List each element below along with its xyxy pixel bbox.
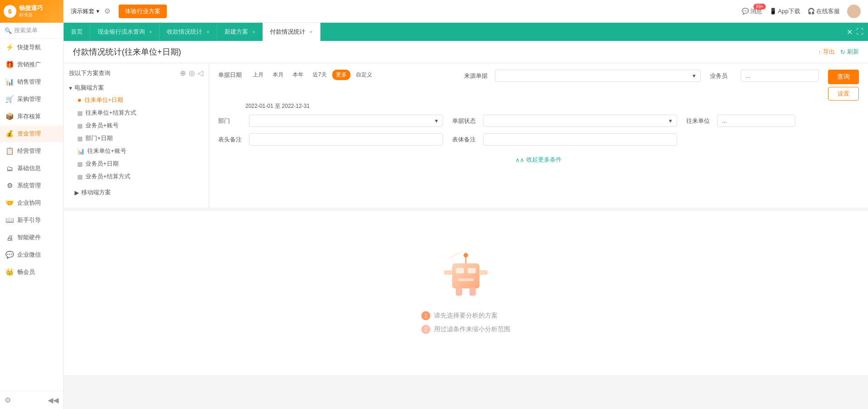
sidebar-item-basic-info[interactable]: 🗂基础信息 xyxy=(0,160,63,177)
scheme-settings-icon[interactable]: ◎ xyxy=(189,69,195,77)
sidebar-item-guide[interactable]: 📖新手引导 xyxy=(0,212,63,229)
tabbar-actions: ✕ ⛶ xyxy=(847,23,868,41)
sidebar-item-sales[interactable]: 📊销售管理 xyxy=(0,73,63,91)
settings-icon[interactable]: ⚙ xyxy=(5,396,11,404)
refresh-icon: ↻ xyxy=(840,49,845,56)
tab-label-receipt-stats: 收款情况统计 xyxy=(167,28,202,36)
doc-status-select[interactable]: ▾ xyxy=(483,115,677,127)
tab-payment-stats[interactable]: 付款情况统计× xyxy=(263,23,320,41)
scheme-table-icon: ▦ xyxy=(77,110,83,116)
scheme-item-unit-account[interactable]: 📊往来单位+账号 xyxy=(75,145,203,157)
empty-state: 1 请先选择要分析的方案 2 用过滤条件来缩小分析范围 xyxy=(64,211,868,375)
scheme-list-desktop: ●往来单位+日期▦往来单位+结算方式▦业务员+账号▦部门+日期📊往来单位+账号▦… xyxy=(69,94,203,183)
sidebar-item-management[interactable]: 📋经营管理 xyxy=(0,142,63,160)
date-tab-近7天[interactable]: 近7天 xyxy=(309,70,330,80)
app-download-button[interactable]: 📱 App下载 xyxy=(769,7,800,15)
page-title: 付款情况统计(往来单位+日期) xyxy=(73,46,181,57)
date-control: 上月本月本年近7天更多自定义 xyxy=(249,70,455,80)
collapse-sidebar-icon[interactable]: ◀◀ xyxy=(48,396,59,404)
tab-label-new-scheme: 新建方案 xyxy=(224,28,248,36)
sidebar-item-smart-hw[interactable]: 🖨智能硬件 xyxy=(0,229,63,246)
date-tab-上月[interactable]: 上月 xyxy=(249,70,267,80)
sidebar-item-capital[interactable]: 💰资金管理 xyxy=(0,125,63,142)
date-tab-本年[interactable]: 本年 xyxy=(289,70,307,80)
scheme-label-unit-account: 往来单位+账号 xyxy=(87,147,126,155)
scheme-item-unit-settle[interactable]: ▦往来单位+结算方式 xyxy=(75,106,203,119)
sidebar-item-inventory[interactable]: 📦库存核算 xyxy=(0,108,63,125)
nav-label-inventory: 库存核算 xyxy=(17,112,41,121)
tip-text-1: 请先选择要分析的方案 xyxy=(434,312,498,320)
message-button[interactable]: 💬 消息 99+ xyxy=(742,7,762,15)
tab-new-scheme[interactable]: 新建方案× xyxy=(217,23,263,41)
doc-status-field: 单据状态 ▾ xyxy=(452,115,677,127)
tab-close-receipt-stats[interactable]: × xyxy=(206,29,209,35)
svg-rect-7 xyxy=(469,288,476,296)
sidebar-item-enterprise[interactable]: 🤝企业协同 xyxy=(0,194,63,212)
close-all-tabs-icon[interactable]: ✕ xyxy=(847,28,853,36)
body-note-label: 表体备注 xyxy=(452,136,479,144)
collapse-conditions-button[interactable]: ∧∧ 收起更多条件 xyxy=(218,152,859,167)
tab-close-bank-flow[interactable]: × xyxy=(149,29,152,35)
nav-label-system: 系统管理 xyxy=(17,182,41,190)
sidebar-item-member[interactable]: 👑畅会员 xyxy=(0,263,63,281)
date-range-text: 2022-01-01 至 2022-12-31 xyxy=(245,103,309,109)
scheme-item-staff-account[interactable]: ▦业务员+账号 xyxy=(75,119,203,132)
tip-num-2: 2 xyxy=(421,325,430,334)
query-btn-group: 查询 设置 xyxy=(828,70,859,101)
mobile-group-title[interactable]: ▶ 移动端方案 xyxy=(69,187,203,198)
partner-input[interactable]: ... xyxy=(717,115,795,127)
nav-icon-capital: 💰 xyxy=(5,130,14,138)
scheme-item-staff-settle[interactable]: ▦业务员+结算方式 xyxy=(75,170,203,183)
tab-home[interactable]: 首页 xyxy=(64,23,90,41)
scheme-table-icon: ▦ xyxy=(77,173,83,180)
sidebar-item-quick-nav[interactable]: ⚡快捷导航 xyxy=(0,39,63,56)
collapse-scheme-icon[interactable]: ◁ xyxy=(198,69,203,77)
svg-line-10 xyxy=(448,252,459,259)
tab-close-new-scheme[interactable]: × xyxy=(252,29,255,35)
sidebar-item-system[interactable]: ⚙系统管理 xyxy=(0,177,63,194)
export-button[interactable]: ↑ 导出 xyxy=(818,48,835,56)
scheme-label-staff-account: 业务员+账号 xyxy=(85,121,119,130)
expand-tabs-icon[interactable]: ⛶ xyxy=(856,28,863,36)
body-note-input[interactable] xyxy=(483,133,677,146)
service-label: 在线客服 xyxy=(816,7,840,15)
salesperson-input[interactable]: ... xyxy=(741,70,819,82)
date-tab-更多[interactable]: 更多 xyxy=(332,70,350,80)
sidebar-item-purchase[interactable]: 🛒采购管理 xyxy=(0,91,63,108)
search-label: 搜索菜单 xyxy=(14,26,38,35)
refresh-button[interactable]: ↻ 刷新 xyxy=(840,48,859,56)
source-doc-select[interactable]: ▾ xyxy=(495,70,701,82)
nav-label-quick-nav: 快捷导航 xyxy=(17,43,41,51)
tab-label-home: 首页 xyxy=(71,28,83,36)
nav-label-sales: 销售管理 xyxy=(17,78,41,86)
user-avatar[interactable] xyxy=(847,5,861,18)
scheme-item-dept-date[interactable]: ▦部门+日期 xyxy=(75,132,203,145)
desktop-group-title[interactable]: ▾ 电脑端方案 xyxy=(69,82,203,94)
nav-icon-management: 📋 xyxy=(5,147,14,155)
topbar-settings-icon[interactable]: ⚙ xyxy=(104,7,110,15)
tab-close-payment-stats[interactable]: × xyxy=(309,29,312,35)
scheme-table-icon: ▦ xyxy=(77,122,83,129)
tab-bank-flow[interactable]: 现金银行流水查询× xyxy=(90,23,160,41)
tab-receipt-stats[interactable]: 收款情况统计× xyxy=(160,23,217,41)
online-service-button[interactable]: 🎧 在线客服 xyxy=(808,7,840,15)
dept-dropdown-icon: ▾ xyxy=(435,117,438,124)
company-selector[interactable]: 演示账套 ▾ xyxy=(71,7,100,15)
topbar: 演示账套 ▾ ⚙ 体验行业方案 💬 消息 99+ 📱 App下载 🎧 在线客服 xyxy=(64,0,868,23)
date-tab-本月[interactable]: 本月 xyxy=(269,70,287,80)
add-scheme-icon[interactable]: ⊕ xyxy=(180,69,186,77)
trial-industry-button[interactable]: 体验行业方案 xyxy=(119,5,167,18)
sidebar-item-wechat[interactable]: 💬企业微信 xyxy=(0,246,63,263)
date-tab-自定义[interactable]: 自定义 xyxy=(352,70,376,80)
sidebar-search[interactable]: 🔍 搜索菜单 xyxy=(0,23,63,39)
dept-select[interactable]: ▾ xyxy=(249,115,443,127)
header-note-input[interactable] xyxy=(249,133,443,146)
scheme-item-staff-date[interactable]: ▦业务员+日期 xyxy=(75,157,203,170)
empty-tips: 1 请先选择要分析的方案 2 用过滤条件来缩小分析范围 xyxy=(421,311,510,338)
filter-settings-button[interactable]: 设置 xyxy=(828,87,859,101)
nav-label-purchase: 采购管理 xyxy=(17,95,41,103)
sidebar-item-marketing[interactable]: 🎁营销推广 xyxy=(0,56,63,73)
scheme-item-unit-date[interactable]: ●往来单位+日期 xyxy=(75,94,203,106)
query-button[interactable]: 查询 xyxy=(828,70,859,84)
nav-icon-marketing: 🎁 xyxy=(5,61,14,69)
